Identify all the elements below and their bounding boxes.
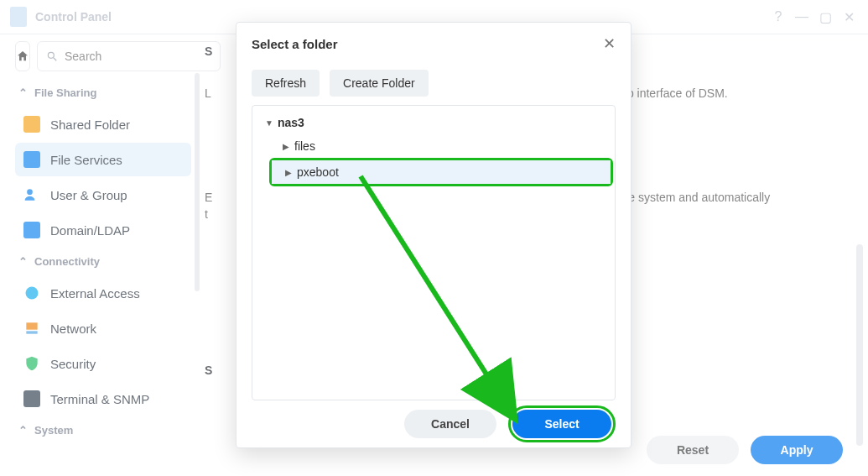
annotation-highlight-select: Select [508,405,616,442]
annotation-highlight-pxeboot: ▶ pxeboot [269,158,613,186]
tree-node-root[interactable]: ▼ nas3 [252,111,615,134]
tree-node-pxeboot[interactable]: ▶ pxeboot [272,160,611,184]
refresh-button[interactable]: Refresh [252,70,320,97]
select-folder-dialog: Select a folder ✕ Refresh Create Folder … [236,22,632,448]
tree-node-label: files [294,139,315,153]
cancel-button[interactable]: Cancel [404,410,496,438]
expand-right-icon: ▶ [283,168,294,177]
folder-tree: ▼ nas3 ▶ files ▶ pxeboot [252,105,616,400]
tree-node-label: pxeboot [297,165,339,179]
tree-node-label: nas3 [278,116,304,129]
create-folder-button[interactable]: Create Folder [330,70,429,97]
expand-right-icon: ▶ [281,142,291,151]
expand-down-icon: ▼ [264,118,274,128]
tree-node-files[interactable]: ▶ files [252,134,615,158]
select-button[interactable]: Select [512,410,611,438]
dialog-title: Select a folder [252,37,338,51]
close-dialog-icon[interactable]: ✕ [603,34,616,53]
